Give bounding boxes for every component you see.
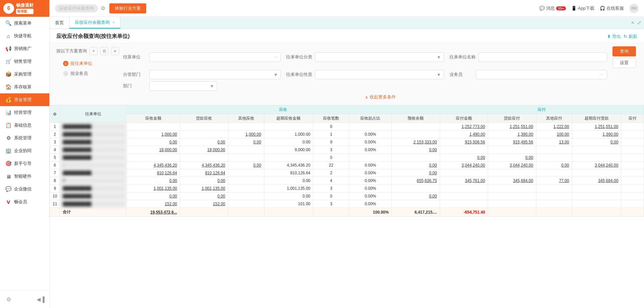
table-row: 11██████████152.00152.00101.0030.00% [50,200,644,208]
collapse-scheme-btn[interactable]: « [111,47,119,55]
sidebar-label-funds: 资金管理 [14,97,32,103]
page-title: 应收应付余额查询(按往来单位) [56,33,130,40]
system-icon: ⚙ [5,135,11,141]
table-area[interactable]: ⚙ 往来单位 应收 应付 应收金额 贷款应收 其他应收 超期应收金额 应收笔数 … [50,105,644,308]
sidebar-label-wechat: 企业微信 [14,186,32,192]
tab-controls: × ⤢ [629,17,644,29]
tab-bar: 首页 应收应付余额查询 × × ⤢ [50,17,644,29]
input-settlement-unit[interactable]: ··· [149,52,281,62]
label-subdept: 部门 [123,83,147,89]
add-scheme-btn[interactable]: + [90,47,98,55]
table-row: 10██████████0.000.000.0000.00%0.00 [50,192,644,200]
sidebar-item-funds[interactable]: 💰 资金管理 [0,93,49,106]
partner-cell: ██████████ [60,123,126,131]
sidebar-label-hardware: 智能硬件 [14,173,32,179]
table-row: 8P0.000.000.0040.00%655,636.75345,761.00… [50,177,644,185]
collapse-btn[interactable]: ∧ 收起更多条件 [123,93,637,101]
footer-prepay: 6,417,215.... [392,208,440,217]
sidebar-collapse-btn[interactable]: ◀▐ [35,294,46,305]
table-row: 9██████████1,001,135.001,001,135.001,001… [50,185,644,192]
filter-group-jsdw: 结算单位 ··· [123,52,281,62]
footer-label: 合计 [60,208,126,217]
logo-icon: 6 [3,3,14,14]
partner-cell: ██████████ [60,185,126,192]
table-row: 5██████████00.000.00 [50,154,644,162]
sidebar-label-inventory: 库存核算 [14,84,32,90]
tab-home[interactable]: 首页 [50,17,69,29]
sidebar-item-hardware[interactable]: 🖥 智能硬件 [0,170,49,183]
sidebar-label-base: 基础信息 [14,122,32,128]
sidebar-item-ops[interactable]: 📊 经营管理 [0,106,49,119]
select-partner-category[interactable]: ▼ [315,52,444,62]
arrow-icon-3: ▼ [437,72,441,77]
sidebar-item-wechat[interactable]: 💬 企业微信 [0,183,49,195]
filter-group-nature: 往来单位性质 ▼ [286,70,444,79]
sidebar-label-guide: 新手引导 [14,161,32,167]
partner-cell: ██████████ [60,154,126,162]
sidebar-item-enterprise[interactable]: 🏢 企业协同 [0,144,49,157]
sidebar-label-search: 搜索菜单 [14,20,32,26]
tab-close-btn[interactable]: × [631,20,634,26]
select-partner-nature[interactable]: ▼ [315,70,444,79]
export-button[interactable]: ⬆ 导出 [607,34,621,40]
ap-amount-header: 应付金额 [440,114,488,123]
arrow-icon-1: ▼ [437,55,441,60]
scheme-by-salesperson[interactable]: ○ 按业务员 [59,69,96,79]
sidebar-menu: 🔍 搜索菜单 ⌂ 快捷导航 📢 营销推广 🛒 销售管理 📦 采购管理 🏠 库存核… [0,17,49,290]
user-avatar[interactable]: Rit [629,4,639,13]
sidebar-item-search[interactable]: 🔍 搜索菜单 [0,17,49,30]
refresh-button[interactable]: ↻ 刷新 [624,34,637,40]
partner-cell: ██████████ [60,169,126,177]
table-row: 3██████████0.000.000.000.0090.00%2,153,3… [50,138,644,146]
footer-ar-total[interactable]: 19,553,472,6... [126,208,180,217]
select-dept[interactable]: ▼ [149,70,281,79]
header-gear-icon[interactable]: ⚙ [101,5,105,11]
filter-group-salesperson: 业务员 ··· [449,70,607,79]
app-download-btn[interactable]: 📱 App下载 [571,5,594,11]
input-salesperson[interactable]: ··· [476,70,607,79]
filter-group-dept: 分管部门 ▼ [123,70,281,79]
sidebar-item-base[interactable]: 📋 基础信息 [0,119,49,132]
sidebar-item-marketing[interactable]: 📢 营销推广 [0,42,49,55]
input-partner-name[interactable] [478,52,607,62]
ap-tail-header: 应付 [621,114,644,123]
sidebar-item-purchase[interactable]: 📦 采购管理 [0,68,49,81]
edit-scheme-btn[interactable]: ⊙ [100,47,108,55]
sidebar-settings-btn[interactable]: ⚙ [3,294,14,305]
label-partner-category: 往来单位分类 [286,54,312,60]
partner-cell: ██████████ [60,131,126,138]
set-button[interactable]: 设置 [612,58,636,68]
partner-cell: ██████████ [60,200,126,208]
ar-other-header: 其他应收 [228,114,264,123]
export-icon: ⬆ [607,34,611,39]
tab-close-icon[interactable]: × [112,20,115,25]
message-btn[interactable]: 💬 消息 99+ [539,5,566,11]
header-left: 应收应付余额查询 ⚙ 体验行业方案 [55,3,539,13]
scheme-by-partner[interactable]: ⊙ 按往来单位 [59,58,96,69]
tab-arquery[interactable]: 应收应付余额查询 × [69,17,120,29]
sidebar-item-guide[interactable]: 🎯 新手引导 [0,157,49,170]
page-content: 应收应付余额查询(按往来单位) ⬆ 导出 ↻ 刷新 [50,29,644,308]
sidebar-item-sales[interactable]: 🛒 销售管理 [0,55,49,68]
home-icon: ⌂ [5,33,11,39]
enterprise-icon: 🏢 [5,148,11,154]
sidebar-item-inventory[interactable]: 🏠 库存核算 [0,81,49,93]
sidebar-item-quicknav[interactable]: ⌂ 快捷导航 [0,30,49,42]
guide-icon: 🎯 [5,161,11,167]
sidebar-item-system[interactable]: ⚙ 系统管理 [0,132,49,144]
settings-col-header[interactable]: ⚙ [50,105,60,123]
filter-row-3: 部门 ▼ [123,81,637,91]
ap-overdue-header: 超期应付货款 [572,114,621,123]
query-button[interactable]: 查询 [612,46,636,56]
label-settlement-unit: 结算单位 [123,54,147,60]
table-row: 7██████████810,126.64810,126.64810,126.6… [50,169,644,177]
industry-btn[interactable]: 体验行业方案 [109,3,146,13]
sidebar-label-sales: 销售管理 [14,58,32,64]
partner-cell: ██████████ [60,192,126,200]
filter-group-fenlei: 往来单位分类 ▼ [286,52,444,62]
refresh-label: 刷新 [629,34,637,40]
tab-expand-btn[interactable]: ⤢ [637,19,641,26]
service-btn[interactable]: 🎧 在线客服 [600,5,624,11]
sidebar-item-member[interactable]: V 畅会员 [0,195,49,208]
select-subdept[interactable]: ▼ [149,81,217,91]
